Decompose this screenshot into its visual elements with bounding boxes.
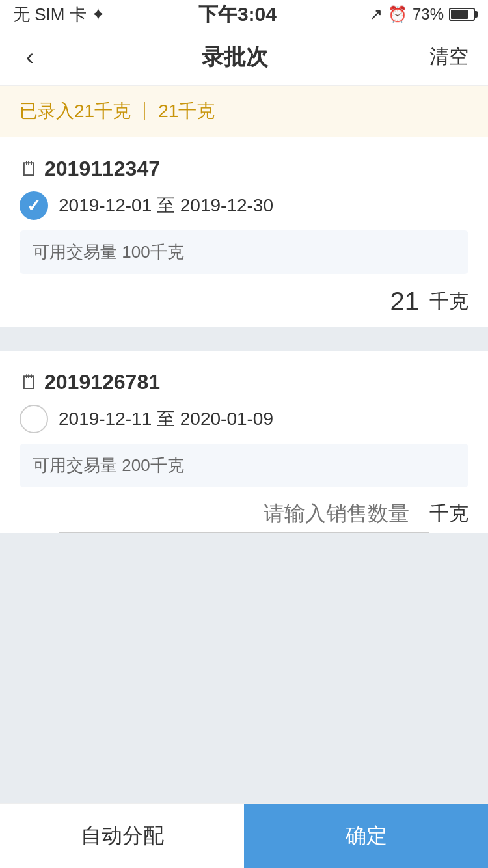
clear-button[interactable]: 清空	[429, 44, 468, 70]
battery-percent: 73%	[413, 5, 444, 23]
batch-item-1: 🗒 2019112347 2019-12-01 至 2019-12-30 可用交…	[0, 137, 488, 327]
nav-bar: ‹ 录批次 清空	[0, 29, 488, 86]
batch-icon-1: 🗒	[20, 158, 39, 180]
quantity-unit-2: 千克	[429, 500, 468, 527]
batch-header-2: 🗒 2019126781	[20, 370, 468, 394]
input-row-2: 千克	[20, 487, 468, 527]
batch-icon-2: 🗒	[20, 372, 39, 394]
quantity-input-2[interactable]	[224, 502, 419, 526]
batch-amount-row-1: 21 千克	[20, 274, 468, 316]
location-icon: ↗	[370, 5, 383, 23]
batch-item-2: 🗒 2019126781 2019-12-11 至 2020-01-09 可用交…	[0, 351, 488, 533]
section-gap	[0, 338, 488, 351]
batch-date-row-2[interactable]: 2019-12-11 至 2020-01-09	[20, 405, 468, 433]
back-button[interactable]: ‹	[20, 37, 40, 77]
auto-distribute-button[interactable]: 自动分配	[0, 804, 244, 868]
confirm-button[interactable]: 确定	[244, 804, 488, 868]
confirm-label: 确定	[346, 822, 387, 850]
input-underline-2	[59, 532, 429, 533]
page-title: 录批次	[202, 42, 268, 72]
status-left: 无 SIM 卡 ✦	[13, 3, 105, 26]
banner-divider	[144, 102, 145, 120]
batch-number-2: 2019126781	[44, 370, 160, 394]
battery-icon	[449, 8, 475, 21]
batch-date-2: 2019-12-11 至 2020-01-09	[59, 407, 273, 431]
batch-date-row-1[interactable]: 2019-12-01 至 2019-12-30	[20, 191, 468, 220]
recorded-amount: 已录入21千克	[20, 99, 131, 124]
batch-number-1: 2019112347	[44, 157, 160, 181]
radio-button-2[interactable]	[20, 405, 48, 433]
batch-header-1: 🗒 2019112347	[20, 157, 468, 181]
batch-date-1: 2019-12-01 至 2019-12-30	[59, 193, 273, 218]
batch-available-2: 可用交易量 200千克	[20, 444, 468, 487]
status-right: ↗ ⏰ 73%	[370, 5, 475, 23]
total-amount: 21千克	[158, 99, 215, 124]
batch-available-1: 可用交易量 100千克	[20, 230, 468, 274]
status-time: 下午3:04	[198, 1, 277, 28]
batch-amount-unit-1: 千克	[429, 288, 468, 315]
sim-label: 无 SIM 卡 ✦	[13, 3, 105, 26]
radio-button-1[interactable]	[20, 191, 48, 220]
batch-divider-1	[59, 327, 429, 327]
footer: 自动分配 确定	[0, 803, 488, 868]
auto-distribute-label: 自动分配	[81, 822, 164, 850]
info-banner: 已录入21千克 21千克	[0, 86, 488, 137]
status-bar: 无 SIM 卡 ✦ 下午3:04 ↗ ⏰ 73%	[0, 0, 488, 29]
alarm-icon: ⏰	[388, 5, 407, 23]
batch-amount-value-1: 21	[390, 287, 420, 316]
